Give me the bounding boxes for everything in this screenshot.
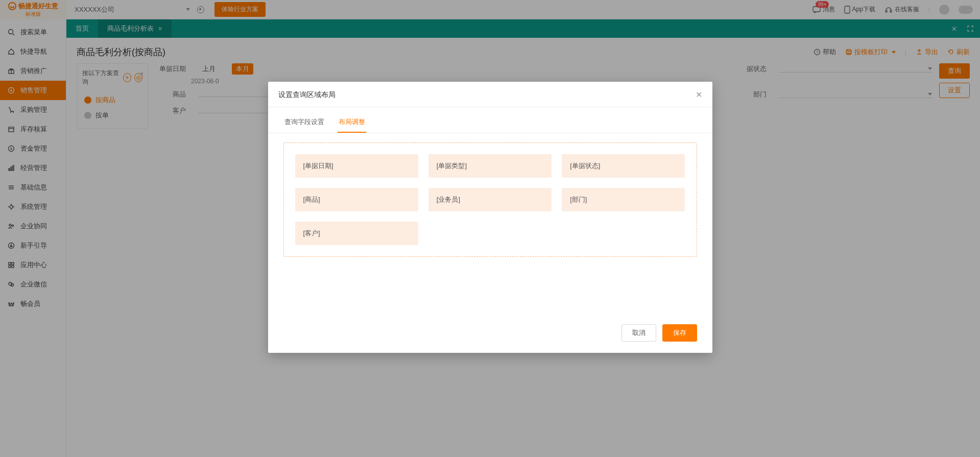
layout-dropzone[interactable]: [单据日期] [单据类型] [单据状态] [商品] [业务员] [部门] [客户… bbox=[283, 142, 697, 257]
modal-body: [单据日期] [单据类型] [单据状态] [商品] [业务员] [部门] [客户… bbox=[268, 133, 712, 317]
layout-token[interactable]: [部门] bbox=[562, 188, 685, 211]
save-button[interactable]: 保存 bbox=[662, 324, 697, 342]
modal-tab-fields[interactable]: 查询字段设置 bbox=[283, 113, 325, 133]
modal-tab-layout[interactable]: 布局调整 bbox=[338, 113, 366, 133]
cancel-button[interactable]: 取消 bbox=[622, 324, 656, 342]
modal-tabs: 查询字段设置 布局调整 bbox=[268, 107, 712, 133]
layout-token[interactable]: [单据状态] bbox=[562, 154, 685, 178]
layout-token[interactable]: [单据日期] bbox=[295, 154, 418, 178]
modal-footer: 取消 保存 bbox=[268, 317, 712, 353]
layout-token[interactable]: [业务员] bbox=[428, 188, 552, 211]
modal-title: 设置查询区域布局 bbox=[278, 90, 336, 100]
modal-close-button[interactable]: ✕ bbox=[696, 90, 702, 100]
layout-settings-modal: 设置查询区域布局 ✕ 查询字段设置 布局调整 [单据日期] [单据类型] [单据… bbox=[268, 82, 712, 353]
layout-token[interactable]: [商品] bbox=[295, 188, 418, 211]
modal-tab-label: 查询字段设置 bbox=[284, 118, 324, 126]
modal-header: 设置查询区域布局 ✕ bbox=[268, 82, 712, 107]
layout-token[interactable]: [客户] bbox=[295, 222, 418, 245]
modal-tab-label: 布局调整 bbox=[339, 118, 365, 126]
layout-token[interactable]: [单据类型] bbox=[428, 154, 552, 178]
